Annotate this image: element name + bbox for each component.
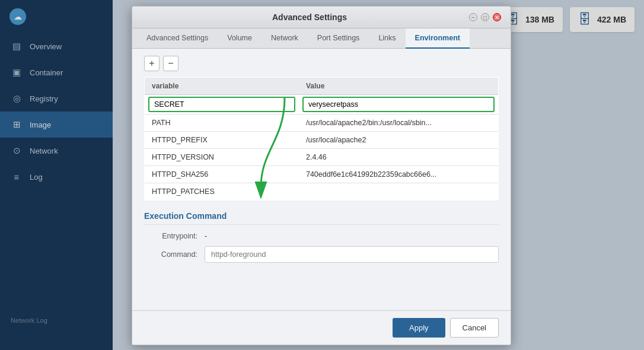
variable-value-cell [299,183,499,201]
dialog-title: Advanced Settings [150,12,469,22]
variable-name-input[interactable] [148,97,295,112]
variable-name-cell: HTTPD_PREFIX [145,132,299,149]
dialog-title-actions: − □ ✕ [469,13,501,21]
variable-name-cell: HTTPD_SHA256 [145,166,299,183]
entrypoint-value: - [205,232,207,240]
command-label: Command: [144,250,197,259]
dialog-close-button[interactable]: ✕ [493,13,501,21]
variable-value-cell: 2.4.46 [299,149,499,166]
tab-port-settings[interactable]: Port Settings [308,28,369,49]
variable-value-cell: /usr/local/apache2/bin:/usr/local/sbin..… [299,114,499,132]
table-row[interactable]: HTTPD_VERSION 2.4.46 [145,149,499,166]
variable-value-cell: /usr/local/apache2 [299,132,499,149]
tab-advanced-settings[interactable]: Advanced Settings [137,28,218,49]
variable-name-cell: HTTPD_PATCHES [145,183,299,201]
variables-table: variable Value PATH /usr/local/apache2/b… [144,77,499,201]
variable-value-cell: 740eddf6e1c641992b22359cabc66e6... [299,166,499,183]
tab-environment[interactable]: Environment [406,28,470,49]
execution-command-title: Execution Command [144,211,499,225]
add-variable-button[interactable]: + [144,56,160,71]
variable-name-cell: PATH [145,114,299,132]
cancel-button[interactable]: Cancel [450,318,499,338]
table-row[interactable]: HTTPD_PATCHES [145,183,499,201]
dialog-footer: Apply Cancel [132,310,511,345]
variable-name-cell-secret [145,95,299,114]
dialog-titlebar: Advanced Settings − □ ✕ [132,7,511,28]
table-row [145,95,499,114]
table-row[interactable]: PATH /usr/local/apache2/bin:/usr/local/s… [145,114,499,132]
dialog-tabs: Advanced Settings Volume Network Port Se… [132,28,511,49]
variable-value-input[interactable] [302,97,495,112]
variable-toolbar: + − [144,56,499,71]
command-input[interactable] [205,246,499,263]
remove-variable-button[interactable]: − [163,56,178,71]
dialog-maximize-button[interactable]: □ [481,13,489,21]
variable-name-cell: HTTPD_VERSION [145,149,299,166]
entrypoint-label: Entrypoint: [144,232,197,240]
tab-volume[interactable]: Volume [218,28,262,49]
table-row[interactable]: HTTPD_PREFIX /usr/local/apache2 [145,132,499,149]
dialog-minimize-button[interactable]: − [469,13,477,21]
variable-value-cell-secret [299,95,499,114]
apply-button[interactable]: Apply [393,318,445,338]
dialog-body: + − variable Value [132,49,511,310]
tab-network[interactable]: Network [262,28,308,49]
advanced-settings-dialog: Advanced Settings − □ ✕ Advanced Setting… [132,6,511,345]
table-row[interactable]: HTTPD_SHA256 740eddf6e1c641992b22359cabc… [145,166,499,183]
entrypoint-row: Entrypoint: - [144,232,499,240]
execution-command-section: Execution Command Entrypoint: - Command: [144,211,499,269]
col-value: Value [299,78,499,95]
col-variable: variable [145,78,299,95]
command-row: Command: [144,246,499,263]
tab-links[interactable]: Links [369,28,405,49]
